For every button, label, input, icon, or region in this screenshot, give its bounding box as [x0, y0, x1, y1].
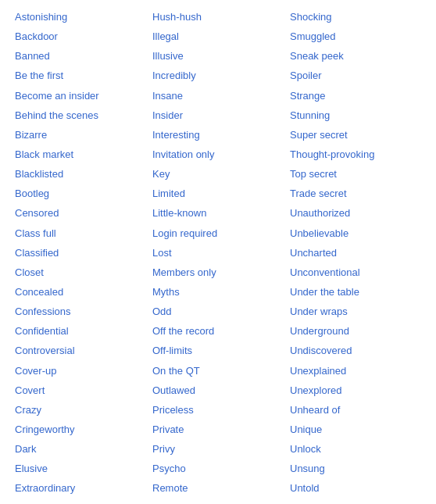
list-item[interactable]: Cringeworthy: [12, 420, 149, 439]
list-item[interactable]: Behind the scenes: [12, 106, 149, 125]
word-link[interactable]: Myths: [152, 286, 180, 298]
word-link[interactable]: Off-limits: [152, 345, 192, 356]
list-item[interactable]: Spoiler: [287, 66, 424, 85]
list-item[interactable]: Private: [149, 420, 287, 439]
word-link[interactable]: Unexplained: [290, 365, 346, 377]
list-item[interactable]: Hush-hush: [149, 8, 287, 27]
word-link[interactable]: Spoiler: [290, 70, 321, 81]
list-item[interactable]: Uncharted: [287, 244, 424, 263]
list-item[interactable]: Dark: [12, 440, 149, 459]
list-item[interactable]: Off-limits: [149, 341, 287, 360]
word-link[interactable]: Confidential: [15, 325, 69, 337]
word-link[interactable]: Login required: [152, 227, 217, 239]
word-link[interactable]: Unsung: [290, 463, 325, 474]
word-link[interactable]: Blacklisted: [15, 168, 63, 180]
list-item[interactable]: Outlawed: [149, 381, 287, 400]
word-link[interactable]: Uncharted: [290, 247, 337, 259]
list-item[interactable]: Blacklisted: [12, 165, 149, 184]
list-item[interactable]: Unconventional: [287, 263, 424, 282]
word-link[interactable]: Controversial: [15, 345, 75, 356]
list-item[interactable]: Backdoor: [12, 27, 149, 46]
word-link[interactable]: Insane: [152, 90, 183, 102]
list-item[interactable]: Elusive: [12, 459, 149, 478]
list-item[interactable]: Unexplained: [287, 362, 424, 381]
word-link[interactable]: Closet: [15, 266, 44, 278]
word-link[interactable]: Become an insider: [15, 90, 99, 102]
list-item[interactable]: Trade secret: [287, 184, 424, 203]
list-item[interactable]: Illusive: [149, 47, 287, 66]
list-item[interactable]: Unheard of: [287, 401, 424, 420]
list-item[interactable]: Login required: [149, 224, 287, 243]
word-link[interactable]: Crazy: [15, 404, 41, 416]
list-item[interactable]: Key: [149, 165, 287, 184]
list-item[interactable]: Bootleg: [12, 184, 149, 203]
list-item[interactable]: Restricted: [149, 499, 287, 504]
word-link[interactable]: Unconventional: [290, 266, 360, 278]
word-link[interactable]: Unbelievable: [290, 227, 348, 239]
word-link[interactable]: Unheard of: [290, 404, 340, 416]
list-item[interactable]: Astonishing: [12, 8, 149, 27]
word-link[interactable]: Key: [152, 168, 170, 180]
word-link[interactable]: Underground: [290, 325, 349, 337]
word-link[interactable]: Insider: [152, 109, 183, 121]
word-link[interactable]: Censored: [15, 207, 59, 219]
word-link[interactable]: Privy: [152, 443, 175, 455]
list-item[interactable]: Banned: [12, 47, 149, 66]
word-link[interactable]: Unique: [290, 424, 322, 435]
list-item[interactable]: Untold: [287, 479, 424, 498]
word-link[interactable]: Class full: [15, 227, 56, 239]
list-item[interactable]: Insane: [149, 87, 287, 105]
word-link[interactable]: Limited: [152, 188, 185, 199]
word-link[interactable]: Odd: [152, 306, 172, 317]
word-link[interactable]: Strange: [290, 90, 326, 102]
word-link[interactable]: Hush-hush: [152, 11, 202, 23]
word-link[interactable]: On the QT: [152, 365, 200, 377]
list-item[interactable]: Unsung: [287, 459, 424, 478]
list-item[interactable]: Thought-provoking: [287, 145, 424, 164]
word-link[interactable]: Covert: [15, 384, 45, 396]
list-item[interactable]: Closet: [12, 263, 149, 282]
list-item[interactable]: Under the table: [287, 283, 424, 302]
word-link[interactable]: Unauthorized: [290, 207, 350, 219]
word-link[interactable]: Cringeworthy: [15, 424, 75, 435]
list-item[interactable]: Insider: [149, 106, 287, 125]
word-link[interactable]: Cover-up: [15, 365, 56, 377]
word-link[interactable]: Smuggled: [290, 30, 336, 42]
word-link[interactable]: Under the table: [290, 286, 359, 298]
list-item[interactable]: Privy: [149, 440, 287, 459]
list-item[interactable]: Off the record: [149, 322, 287, 341]
list-item[interactable]: Odd: [149, 302, 287, 321]
list-item[interactable]: Little-known: [149, 204, 287, 223]
list-item[interactable]: Confessions: [12, 302, 149, 321]
list-item[interactable]: Crazy: [12, 401, 149, 420]
list-item[interactable]: Controversial: [12, 341, 149, 360]
word-link[interactable]: Members only: [152, 266, 216, 278]
list-item[interactable]: Concealed: [12, 283, 149, 302]
list-item[interactable]: Top secret: [287, 165, 424, 184]
list-item[interactable]: Undiscovered: [287, 341, 424, 360]
word-link[interactable]: Concealed: [15, 286, 63, 298]
list-item[interactable]: Unexplored: [287, 381, 424, 400]
word-link[interactable]: Illusive: [152, 50, 184, 62]
word-link[interactable]: Bizarre: [15, 129, 47, 141]
list-item[interactable]: Underground: [287, 322, 424, 341]
list-item[interactable]: Unbelievable: [287, 224, 424, 243]
word-link[interactable]: Bootleg: [15, 188, 49, 199]
word-link[interactable]: Remote: [152, 482, 188, 494]
word-link[interactable]: Black market: [15, 148, 73, 160]
list-item[interactable]: Interesting: [149, 126, 287, 145]
list-item[interactable]: Members only: [149, 263, 287, 282]
word-link[interactable]: Backdoor: [15, 30, 58, 42]
word-link[interactable]: Incredibly: [152, 70, 196, 81]
list-item[interactable]: Limited: [149, 184, 287, 203]
word-link[interactable]: Untold: [290, 482, 320, 494]
word-link[interactable]: Thought-provoking: [290, 148, 374, 160]
list-item[interactable]: Sneak peek: [287, 47, 424, 66]
word-link[interactable]: Sneak peek: [290, 50, 344, 62]
list-item[interactable]: Classified: [12, 244, 149, 263]
list-item[interactable]: Cover-up: [12, 362, 149, 381]
list-item[interactable]: Censored: [12, 204, 149, 223]
word-link[interactable]: Shocking: [290, 11, 331, 23]
word-link[interactable]: Outlawed: [152, 384, 195, 396]
list-item[interactable]: Stunning: [287, 106, 424, 125]
